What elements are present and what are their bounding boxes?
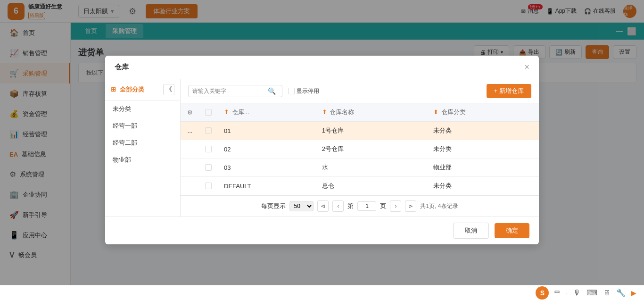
mic-icon[interactable]: 🎙 <box>573 289 581 297</box>
tool-icon[interactable]: 🔧 <box>616 288 626 297</box>
last-page-button[interactable]: ⊳ <box>405 200 416 212</box>
dot-separator: · <box>566 289 568 296</box>
row-check-2[interactable] <box>205 146 212 152</box>
search-box: 🔍 <box>188 85 282 97</box>
show-disabled-toggle: 显示停用 <box>288 87 319 95</box>
monitor-icon[interactable]: 🖥 <box>603 289 611 297</box>
show-disabled-checkbox[interactable] <box>288 88 295 94</box>
s-logo: S <box>536 286 549 300</box>
page-label: 页 <box>380 202 386 210</box>
modal-overlay: 仓库 × ⊞ 全部分类 《 未分类 经营一部 经营二部 物业部 <box>0 0 644 300</box>
row-category: 未分类 <box>428 177 539 195</box>
keyboard-icon[interactable]: ⌨ <box>586 288 597 297</box>
chinese-input-label[interactable]: 中 <box>554 289 560 297</box>
next-page-button[interactable]: › <box>390 200 401 212</box>
total-info: 共1页, 4条记录 <box>420 202 458 210</box>
row-settings <box>181 158 199 177</box>
first-page-button[interactable]: ⊲ <box>317 200 329 212</box>
grid-icon: ⊞ <box>111 86 116 93</box>
play-icon[interactable]: ▶ <box>631 289 636 297</box>
table-row[interactable]: ... 01 1号仓库 未分类 <box>181 122 539 140</box>
page-size-label: 每页显示 <box>261 202 286 210</box>
table-header-row: ⚙ ⬆ 仓库... ⬆ 仓库名称 <box>181 103 539 122</box>
row-settings: ... <box>181 122 199 140</box>
category-header[interactable]: ⊞ 全部分类 《 <box>105 79 180 100</box>
row-code: 02 <box>218 140 316 158</box>
category-sidebar: ⊞ 全部分类 《 未分类 经营一部 经营二部 物业部 <box>105 79 181 217</box>
category-item-ops2[interactable]: 经营二部 <box>105 134 180 151</box>
category-item-ops1[interactable]: 经营一部 <box>105 117 180 134</box>
page-size-select[interactable]: 50 10 20 100 <box>289 201 314 211</box>
col-code: ⬆ 仓库... <box>218 103 316 122</box>
pagination: 每页显示 50 10 20 100 ⊲ ‹ 第 页 › ⊳ 共1页, 4条记录 <box>181 195 539 217</box>
add-warehouse-button[interactable]: + 新增仓库 <box>487 84 531 98</box>
col-checkbox <box>199 103 218 122</box>
table-row[interactable]: 02 2号仓库 未分类 <box>181 140 539 158</box>
modal-close-button[interactable]: × <box>524 62 529 72</box>
warehouse-modal: 仓库 × ⊞ 全部分类 《 未分类 经营一部 经营二部 物业部 <box>105 56 539 244</box>
cancel-button[interactable]: 取消 <box>453 223 489 239</box>
row-checkbox <box>199 122 218 140</box>
sort-icon: ⬆ <box>224 108 229 116</box>
sort-icon-category: ⬆ <box>433 108 438 116</box>
bottom-bar: S 中 · 🎙 ⌨ 🖥 🔧 ▶ <box>0 285 644 300</box>
table-wrapper: ⚙ ⬆ 仓库... ⬆ 仓库名称 <box>181 103 539 195</box>
row-check-1[interactable] <box>205 127 212 134</box>
prev-page-button[interactable]: ‹ <box>332 200 344 212</box>
row-name: 总仓 <box>316 177 428 195</box>
category-item-property[interactable]: 物业部 <box>105 151 180 168</box>
modal-header: 仓库 × <box>105 56 539 79</box>
row-category: 物业部 <box>428 158 539 177</box>
row-name: 水 <box>316 158 428 177</box>
search-icon: 🔍 <box>268 87 276 95</box>
row-category: 未分类 <box>428 140 539 158</box>
warehouse-table: ⚙ ⬆ 仓库... ⬆ 仓库名称 <box>181 103 539 195</box>
modal-title: 仓库 <box>115 63 129 72</box>
confirm-button[interactable]: 确定 <box>495 223 529 238</box>
row-checkbox <box>199 158 218 177</box>
col-name: ⬆ 仓库名称 <box>316 103 428 122</box>
table-toolbar: 🔍 显示停用 + 新增仓库 <box>181 79 539 103</box>
row-check-4[interactable] <box>205 183 212 189</box>
row-checkbox <box>199 177 218 195</box>
row-code: 01 <box>218 122 316 140</box>
row-code: 03 <box>218 158 316 177</box>
col-category: ⬆ 仓库分类 <box>428 103 539 122</box>
page-number-input[interactable] <box>357 201 376 211</box>
page-num-label: 第 <box>347 202 354 210</box>
category-item-unclassified[interactable]: 未分类 <box>105 100 180 117</box>
row-checkbox <box>199 140 218 158</box>
row-settings <box>181 140 199 158</box>
table-area: 🔍 显示停用 + 新增仓库 ⚙ <box>181 79 539 217</box>
row-name: 1号仓库 <box>316 122 428 140</box>
sort-icon-name: ⬆ <box>322 108 327 116</box>
row-check-3[interactable] <box>205 164 212 171</box>
table-row[interactable]: DEFAULT 总仓 未分类 <box>181 177 539 195</box>
search-input[interactable] <box>192 88 268 94</box>
col-settings: ⚙ <box>181 103 199 122</box>
row-settings <box>181 177 199 195</box>
select-all-checkbox[interactable] <box>205 109 212 116</box>
modal-body: ⊞ 全部分类 《 未分类 经营一部 经营二部 物业部 🔍 <box>105 79 539 217</box>
collapse-button[interactable]: 《 <box>163 84 174 95</box>
row-code: DEFAULT <box>218 177 316 195</box>
table-row[interactable]: 03 水 物业部 <box>181 158 539 177</box>
row-name: 2号仓库 <box>316 140 428 158</box>
row-category: 未分类 <box>428 122 539 140</box>
modal-footer: 取消 确定 <box>105 217 539 244</box>
